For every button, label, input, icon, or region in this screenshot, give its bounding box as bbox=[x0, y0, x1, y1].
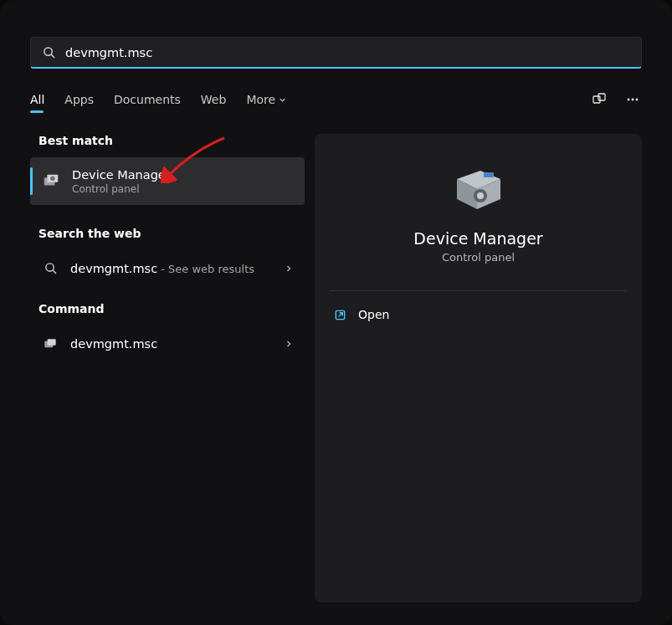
tab-apps[interactable]: Apps bbox=[64, 93, 94, 106]
svg-point-9 bbox=[50, 177, 55, 182]
best-match-title: Device Manager bbox=[72, 167, 171, 183]
svg-point-6 bbox=[636, 99, 639, 101]
svg-point-5 bbox=[632, 99, 634, 101]
open-action[interactable]: Open bbox=[315, 296, 642, 333]
web-result-row[interactable]: devmgmt.msc - See web results bbox=[30, 250, 305, 287]
search-input[interactable] bbox=[65, 46, 629, 59]
svg-point-4 bbox=[628, 99, 630, 101]
section-search-web: Search the web bbox=[38, 227, 305, 240]
svg-rect-3 bbox=[598, 94, 605, 100]
divider bbox=[330, 290, 627, 291]
svg-point-18 bbox=[477, 192, 484, 199]
device-manager-large-icon bbox=[452, 166, 505, 213]
window-arrange-icon[interactable] bbox=[590, 90, 608, 109]
open-action-label: Open bbox=[358, 308, 389, 321]
svg-point-10 bbox=[45, 264, 53, 271]
preview-hero: Device Manager Control panel bbox=[315, 134, 642, 284]
chevron-down-icon bbox=[279, 93, 286, 106]
tab-web[interactable]: Web bbox=[201, 93, 227, 106]
device-manager-icon bbox=[42, 172, 60, 190]
msc-file-icon bbox=[42, 336, 59, 352]
tab-more[interactable]: More bbox=[246, 93, 286, 106]
svg-line-1 bbox=[51, 54, 54, 58]
chevron-right-icon bbox=[285, 262, 293, 275]
preview-title: Device Manager bbox=[413, 229, 542, 248]
search-bar[interactable] bbox=[30, 37, 642, 69]
tab-more-label: More bbox=[246, 93, 275, 106]
web-result-suffix: - See web results bbox=[157, 263, 254, 275]
search-icon bbox=[42, 260, 59, 277]
filter-tabs-row: All Apps Documents Web More bbox=[30, 90, 642, 109]
chevron-right-icon bbox=[285, 337, 293, 351]
more-options-icon[interactable] bbox=[623, 90, 642, 109]
best-match-result[interactable]: Device Manager Control panel bbox=[30, 157, 305, 205]
command-result-row[interactable]: devmgmt.msc bbox=[30, 325, 305, 362]
preview-subtitle: Control panel bbox=[442, 251, 515, 264]
best-match-text: Device Manager Control panel bbox=[72, 167, 171, 195]
section-best-match: Best match bbox=[38, 134, 305, 147]
svg-line-11 bbox=[53, 271, 56, 274]
tab-documents[interactable]: Documents bbox=[114, 93, 181, 106]
web-result-text: devmgmt.msc - See web results bbox=[70, 262, 254, 275]
open-external-icon bbox=[333, 308, 346, 321]
svg-rect-2 bbox=[593, 96, 600, 103]
search-window: All Apps Documents Web More bbox=[0, 0, 672, 625]
header-actions bbox=[590, 90, 642, 109]
tab-all[interactable]: All bbox=[30, 93, 44, 106]
svg-point-0 bbox=[44, 48, 52, 55]
web-result-query: devmgmt.msc bbox=[70, 262, 157, 275]
preview-panel: Device Manager Control panel Open bbox=[315, 134, 642, 602]
best-match-subtitle: Control panel bbox=[72, 183, 171, 195]
command-result-label: devmgmt.msc bbox=[70, 337, 157, 351]
search-icon bbox=[43, 46, 55, 59]
svg-rect-13 bbox=[48, 339, 56, 346]
results-area: Best match Device Manager Control panel … bbox=[30, 134, 642, 602]
svg-rect-19 bbox=[484, 172, 494, 177]
filter-tabs: All Apps Documents Web More bbox=[30, 93, 286, 106]
results-list: Best match Device Manager Control panel … bbox=[30, 134, 305, 602]
section-command: Command bbox=[38, 302, 305, 315]
